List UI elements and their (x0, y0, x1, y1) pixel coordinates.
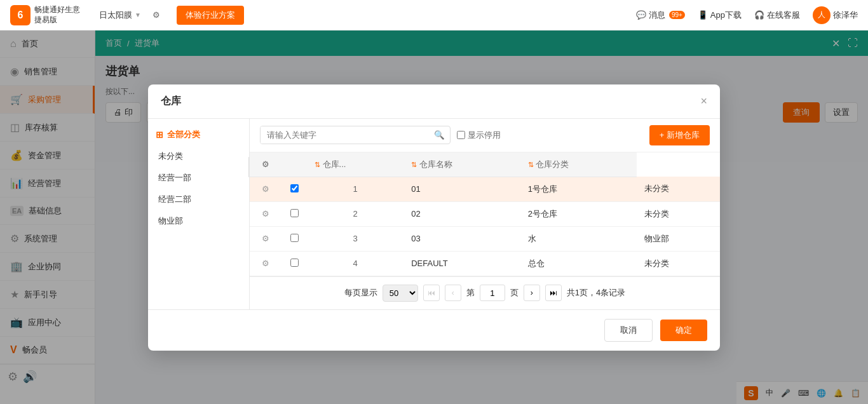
sort-icon: ⇅ (315, 161, 320, 168)
table-row[interactable]: ⚙ 2 02 2号仓库 未分类 (250, 201, 720, 226)
message-icon: 💬 (636, 10, 646, 20)
total-info: 共1页，4条记录 (567, 287, 625, 299)
row-settings[interactable]: ⚙ (250, 226, 281, 251)
grid-icon: ⊞ (156, 130, 163, 140)
row-checkbox-cell[interactable] (281, 251, 307, 276)
row-checkbox[interactable] (290, 259, 299, 267)
sort-icon2: ⇅ (411, 161, 417, 168)
online-service-label: 在线客服 (767, 10, 800, 21)
modal-close-button[interactable]: × (700, 95, 707, 107)
row-num: 2 (307, 201, 403, 226)
message-label: 消息 (649, 10, 665, 21)
th-code[interactable]: ⇅ 仓库... (307, 152, 403, 177)
modal-toolbar: 🔍 显示停用 + 新增仓库 (250, 119, 720, 152)
table-header-row: ⚙ ⇅ 仓库... ⇅ 仓库名称 (250, 152, 720, 177)
phone-icon: 📱 (698, 10, 708, 20)
user-name: 徐泽华 (833, 10, 858, 21)
row-category: 物业部 (637, 226, 720, 251)
topbar: 6 畅捷通好生意 捷易版 日太阳膜 ▼ ⚙ 体验行业方案 💬 消息 99+ 📱 … (0, 0, 868, 30)
row-code: 03 (403, 226, 520, 251)
logo-text: 畅捷通好生意 捷易版 (34, 5, 80, 25)
th-settings: ⚙ (250, 152, 281, 177)
show-disabled-text: 显示停用 (468, 130, 501, 141)
show-disabled-label: 显示停用 (457, 130, 501, 141)
headset-icon: 🎧 (754, 10, 764, 20)
search-input[interactable] (261, 126, 429, 144)
row-checkbox[interactable] (290, 234, 299, 242)
warehouse-modal: 仓库 × ⊞ 全部分类 未分类 经营一部 经营二部 物业部 《 (148, 84, 720, 351)
all-categories-label: 全部分类 (167, 129, 200, 140)
row-checkbox[interactable] (290, 184, 299, 192)
show-disabled-checkbox[interactable] (457, 131, 465, 139)
collapse-panel-button[interactable]: 《 (248, 157, 250, 177)
message-item[interactable]: 💬 消息 99+ (636, 10, 685, 21)
app-download-item[interactable]: 📱 App下载 (698, 10, 742, 21)
store-selector[interactable]: 日太阳膜 ▼ (99, 10, 141, 21)
row-checkbox-cell[interactable] (281, 226, 307, 251)
topbar-right: 💬 消息 99+ 📱 App下载 🎧 在线客服 人 徐泽华 (636, 6, 858, 24)
user-item[interactable]: 人 徐泽华 (813, 6, 858, 24)
modal-footer: 取消 确定 (148, 309, 720, 351)
row-num: 1 (307, 177, 403, 201)
row-category: 未分类 (637, 251, 720, 276)
sort-icon3: ⇅ (528, 161, 534, 168)
row-name: 水 (520, 226, 637, 251)
table-row[interactable]: ⚙ 1 01 1号仓库 未分类 (250, 177, 720, 201)
first-page-button[interactable]: ⏮ (423, 285, 440, 301)
chevron-down-icon: ▼ (135, 11, 141, 18)
app-download-label: App下载 (710, 10, 742, 21)
search-button[interactable]: 🔍 (429, 126, 450, 144)
row-checkbox-cell[interactable] (281, 177, 307, 201)
row-num: 4 (307, 251, 403, 276)
online-service-item[interactable]: 🎧 在线客服 (754, 10, 800, 21)
settings-icon[interactable]: ⚙ (146, 5, 166, 25)
row-name: 总仓 (520, 251, 637, 276)
next-page-button[interactable]: › (524, 285, 540, 301)
all-categories-item[interactable]: ⊞ 全部分类 (148, 124, 249, 145)
last-page-button[interactable]: ⏭ (545, 285, 562, 301)
row-category: 未分类 (637, 201, 720, 226)
modal-body: ⊞ 全部分类 未分类 经营一部 经营二部 物业部 《 🔍 (148, 119, 720, 309)
store-name: 日太阳膜 (99, 10, 132, 21)
modal-header: 仓库 × (148, 84, 720, 119)
row-code: 01 (403, 177, 520, 201)
modal-categories: ⊞ 全部分类 未分类 经营一部 经营二部 物业部 《 (148, 119, 250, 309)
page-label: 第 (466, 287, 475, 299)
warehouse-table: ⚙ ⇅ 仓库... ⇅ 仓库名称 (250, 152, 720, 276)
page-input[interactable] (480, 285, 505, 301)
category-unclassified[interactable]: 未分类 (148, 145, 249, 167)
row-name: 2号仓库 (520, 201, 637, 226)
message-badge: 99+ (669, 11, 685, 19)
th-category[interactable]: ⇅ 仓库分类 (520, 152, 637, 177)
row-settings[interactable]: ⚙ (250, 177, 281, 201)
warehouse-table-wrap: ⚙ ⇅ 仓库... ⇅ 仓库名称 (250, 152, 720, 276)
table-row[interactable]: ⚙ 3 03 水 物业部 (250, 226, 720, 251)
category-property[interactable]: 物业部 (148, 210, 249, 232)
avatar: 人 (813, 6, 831, 24)
row-num: 3 (307, 226, 403, 251)
per-page-label: 每页显示 (344, 287, 377, 299)
modal-overlay: 仓库 × ⊞ 全部分类 未分类 经营一部 经营二部 物业部 《 (0, 30, 868, 404)
category-ops2[interactable]: 经营二部 (148, 189, 249, 210)
row-checkbox[interactable] (290, 209, 299, 217)
add-warehouse-button[interactable]: + 新增仓库 (649, 125, 710, 145)
row-settings[interactable]: ⚙ (250, 251, 281, 276)
cancel-button[interactable]: 取消 (604, 319, 653, 342)
app-logo: 6 畅捷通好生意 捷易版 (10, 5, 86, 25)
pagination: 每页显示 50 10 20 100 ⏮ ‹ 第 页 › ⏭ 共1页，4条记录 (250, 276, 720, 309)
table-row[interactable]: ⚙ 4 DEFAULT 总仓 未分类 (250, 251, 720, 276)
per-page-select[interactable]: 50 10 20 100 (383, 285, 418, 302)
th-check (281, 152, 307, 177)
th-name[interactable]: ⇅ 仓库名称 (403, 152, 520, 177)
confirm-button[interactable]: 确定 (660, 320, 707, 341)
row-category: 未分类 (637, 177, 720, 201)
row-checkbox-cell[interactable] (281, 201, 307, 226)
modal-title: 仓库 (161, 95, 181, 108)
logo-icon: 6 (10, 5, 31, 25)
category-ops1[interactable]: 经营一部 (148, 167, 249, 189)
modal-right-panel: 🔍 显示停用 + 新增仓库 ⚙ (250, 119, 720, 309)
prev-page-button[interactable]: ‹ (445, 285, 461, 301)
trial-button[interactable]: 体验行业方案 (177, 6, 244, 25)
row-name: 1号仓库 (520, 177, 637, 201)
row-settings[interactable]: ⚙ (250, 201, 281, 226)
